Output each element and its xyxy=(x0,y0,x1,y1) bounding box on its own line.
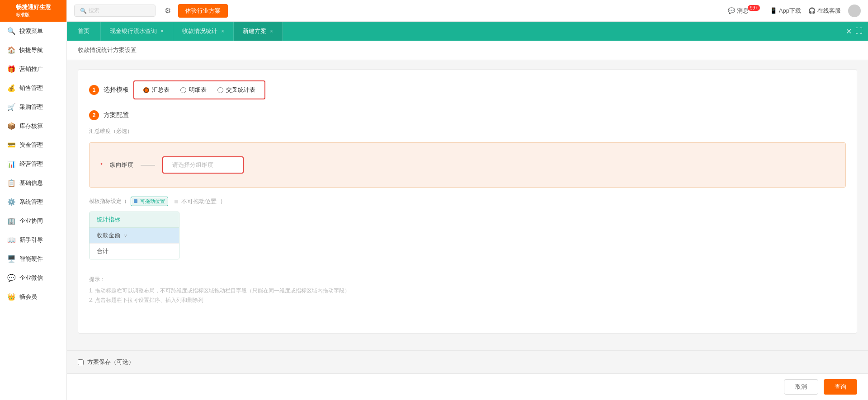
box-icon: 📦 xyxy=(7,122,16,130)
dimension-row: * 纵向维度 —— 请选择分组维度 xyxy=(100,156,244,174)
tips-title: 提示： xyxy=(89,276,846,283)
sidebar-item-search[interactable]: 🔍 搜索菜单 xyxy=(0,22,66,41)
sidebar-item-purchase[interactable]: 🛒 采购管理 xyxy=(0,98,66,117)
save-option-section: 方案保存（可选） xyxy=(67,350,868,373)
indicator-label: 模板指标设定（ 可拖动位置 不可拖动位置 ） xyxy=(89,197,846,206)
dimension-area: * 纵向维度 —— 请选择分组维度 xyxy=(89,142,846,188)
sidebar-item-wechat[interactable]: 💬 企业微信 xyxy=(0,268,66,287)
page-header: 收款情况统计方案设置 xyxy=(67,41,868,60)
sidebar-item-operations[interactable]: 📊 经营管理 xyxy=(0,155,66,174)
step2-header: 2 方案配置 xyxy=(89,110,846,120)
topbar: 🔍 搜索 ⚙ 体验行业方案 💬 消息 99+ 📱 App下载 🎧 在线客服 xyxy=(67,0,868,22)
sidebar-logo-text: 畅捷通好生意 标准版 xyxy=(16,4,51,18)
required-mark: * xyxy=(100,162,103,169)
sidebar-item-guide[interactable]: 📖 新手引导 xyxy=(0,231,66,249)
save-label: 方案保存（可选） xyxy=(87,358,134,366)
tab-bank-flow[interactable]: 现金银行流水查询 × xyxy=(101,22,173,41)
cart-icon: 🛒 xyxy=(7,103,16,111)
template-options: 汇总表 明细表 交叉统计表 xyxy=(133,80,265,99)
crown-icon: 👑 xyxy=(7,293,16,301)
sidebar-item-sales[interactable]: 💰 销售管理 xyxy=(0,79,66,98)
search-icon: 🔍 xyxy=(7,27,16,35)
save-checkbox[interactable] xyxy=(78,359,84,365)
page-body: 1 选择模板 汇总表 明细表 xyxy=(67,60,868,350)
step1-section: 1 选择模板 汇总表 明细表 xyxy=(89,80,846,99)
footer-bar: 取消 查询 xyxy=(67,373,868,400)
sidebar-item-inventory[interactable]: 📦 库存核算 xyxy=(0,117,66,136)
dimension-select[interactable]: 请选择分组维度 xyxy=(162,156,244,174)
gift-icon: 🎁 xyxy=(7,65,16,73)
tab-new-plan[interactable]: 新建方案 × xyxy=(234,22,283,41)
cancel-button[interactable]: 取消 xyxy=(784,379,818,395)
book-icon: 📖 xyxy=(7,236,16,244)
chart-icon: 📊 xyxy=(7,160,16,168)
industry-plan-button[interactable]: 体验行业方案 xyxy=(178,4,228,18)
tabbar: 首页 现金银行流水查询 × 收款情况统计 × 新建方案 × ✕ ⛶ xyxy=(67,22,868,41)
sidebar-item-system[interactable]: ⚙️ 系统管理 xyxy=(0,193,66,212)
sidebar-item-enterprise[interactable]: 🏢 企业协同 xyxy=(0,212,66,231)
step1-number: 1 xyxy=(89,85,99,95)
sidebar-item-finance[interactable]: 💳 资金管理 xyxy=(0,136,66,155)
step1-header: 1 选择模板 汇总表 明细表 xyxy=(89,80,846,99)
sidebar-logo: 畅捷通好生意 标准版 xyxy=(0,0,66,22)
close-collection-stats-tab[interactable]: × xyxy=(221,28,224,34)
search-icon-topbar: 🔍 xyxy=(80,8,87,14)
close-window-button[interactable]: ✕ xyxy=(846,27,852,36)
sidebar-item-member[interactable]: 👑 畅会员 xyxy=(0,287,66,306)
chat-icon: 💬 xyxy=(7,274,16,282)
sidebar-item-quick-nav[interactable]: 🏠 快捷导航 xyxy=(0,41,66,60)
sidebar-item-basic-info[interactable]: 📋 基础信息 xyxy=(0,174,66,193)
dimension-config: 汇总维度（必选） * 纵向维度 —— 请选择分组维度 xyxy=(89,127,846,311)
step2-number: 2 xyxy=(89,110,99,120)
download-icon: 📱 xyxy=(770,7,777,14)
sidebar: 畅捷通好生意 标准版 🔍 搜索菜单 🏠 快捷导航 🎁 营销推广 💰 销售管理 🛒… xyxy=(0,0,67,400)
card-icon: 💳 xyxy=(7,141,16,149)
arrow-icon: —— xyxy=(141,161,155,169)
close-bank-flow-tab[interactable]: × xyxy=(160,28,164,34)
tips-item-2: 2. 点击标题栏下拉可设置排序、插入列和删除列 xyxy=(89,296,846,304)
gear-icon: ⚙️ xyxy=(7,198,16,206)
headset-icon: 🎧 xyxy=(808,7,816,14)
dimension-label: 汇总维度（必选） xyxy=(89,127,846,135)
close-new-plan-tab[interactable]: × xyxy=(270,28,273,34)
content-area: 收款情况统计方案设置 1 选择模板 汇总表 xyxy=(67,41,868,400)
amount-dropdown-arrow[interactable]: ∨ xyxy=(124,233,127,238)
app-download-item[interactable]: 📱 App下载 xyxy=(770,7,801,15)
user-avatar[interactable] xyxy=(848,5,861,17)
monitor-icon: 🖥️ xyxy=(7,255,16,263)
indicator-row-total: 合计 xyxy=(90,244,179,259)
step2-title: 方案配置 xyxy=(104,111,129,119)
tab-home[interactable]: 首页 xyxy=(67,22,101,41)
money-icon: 💰 xyxy=(7,84,16,92)
step1-title: 选择模板 xyxy=(104,86,129,94)
indicator-section: 模板指标设定（ 可拖动位置 不可拖动位置 ） xyxy=(89,197,846,261)
clipboard-icon: 📋 xyxy=(7,179,16,187)
main-area: 🔍 搜索 ⚙ 体验行业方案 💬 消息 99+ 📱 App下载 🎧 在线客服 首页 xyxy=(67,0,868,400)
topbar-right: 💬 消息 99+ 📱 App下载 🎧 在线客服 xyxy=(728,5,861,17)
indicator-table: 统计指标 收款金额 ∨ 合计 xyxy=(89,212,179,259)
sidebar-item-marketing[interactable]: 🎁 营销推广 xyxy=(0,60,66,79)
indicator-row-amount[interactable]: 收款金额 ∨ xyxy=(90,228,179,244)
row-dimension-label: 纵向维度 xyxy=(110,161,133,169)
notification-item[interactable]: 💬 消息 99+ xyxy=(728,7,763,15)
settings-icon[interactable]: ⚙ xyxy=(165,6,171,15)
radio-detail[interactable]: 明细表 xyxy=(180,86,207,94)
message-icon: 💬 xyxy=(728,7,735,14)
search-box[interactable]: 🔍 搜索 xyxy=(74,5,156,17)
online-service-item[interactable]: 🎧 在线客服 xyxy=(808,7,841,15)
expand-window-button[interactable]: ⛶ xyxy=(855,27,863,35)
step2-section: 2 方案配置 汇总维度（必选） * 纵向维度 —— xyxy=(89,110,846,311)
radio-cross[interactable]: 交叉统计表 xyxy=(217,86,255,94)
home-icon: 🏠 xyxy=(7,46,16,54)
indicator-table-header: 统计指标 xyxy=(90,212,179,228)
tips-section: 提示： 1. 拖动标题栏可以调整布局，不可跨维度或指标区域拖动栏目字段（只能在同… xyxy=(89,270,846,311)
tips-item-1: 1. 拖动标题栏可以调整布局，不可跨维度或指标区域拖动栏目字段（只能在同一维度或… xyxy=(89,287,846,295)
radio-summary[interactable]: 汇总表 xyxy=(143,86,170,94)
query-button[interactable]: 查询 xyxy=(824,379,857,395)
draggable-tag: 可拖动位置 xyxy=(131,197,168,206)
tab-collection-stats[interactable]: 收款情况统计 × xyxy=(173,22,234,41)
tab-controls: ✕ ⛶ xyxy=(846,22,868,41)
building-icon: 🏢 xyxy=(7,217,16,225)
sidebar-item-hardware[interactable]: 🖥️ 智能硬件 xyxy=(0,249,66,268)
